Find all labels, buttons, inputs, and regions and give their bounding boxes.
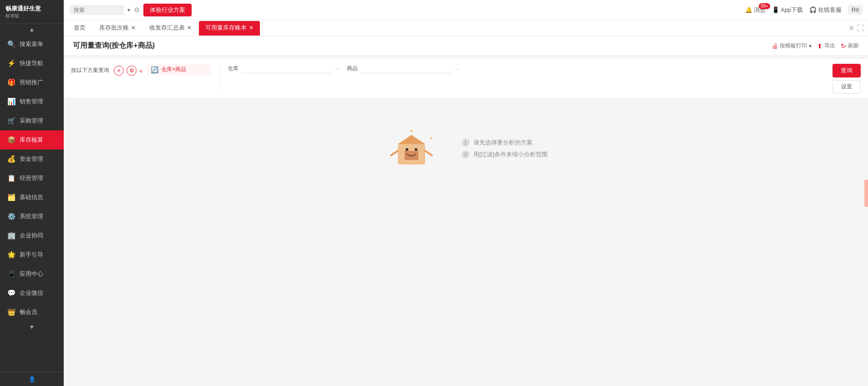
refresh-btn[interactable]: ↻ 刷新 [841,42,859,50]
sidebar-item-label: 系统管理 [20,212,43,221]
filter-area: 按以下方案查询 ＋ ⚙ « 🔄 仓库+商品 仓库 ··· [64,59,868,98]
bell-icon: 🔔 [745,6,752,13]
sys-icon: ⚙️ [7,212,16,221]
sidebar-item-label: 应用中心 [20,270,43,278]
filter-divider [219,64,219,91]
tab-available-close-icon[interactable]: ✕ [249,25,254,31]
svg-line-6 [425,151,432,155]
topbar: ▾ ⚙ 体验行业方案 🔔 消息 99+ 📱 App下载 🎧 在线客服 Rit [64,0,868,20]
sidebar-item-basic-info[interactable]: 🗂️ 基础信息 [0,188,64,207]
tip-number-2: 2 [462,150,470,159]
sidebar-scroll-up[interactable]: ▲ [0,24,64,35]
topbar-right: 🔔 消息 99+ 📱 App下载 🎧 在线客服 Rit [745,5,863,15]
marketing-icon: 🎁 [7,78,16,87]
print-label: 按模板打印 [780,42,807,50]
search-icon: 🔍 [7,40,16,48]
svg-rect-2 [405,151,418,160]
tabs-bar: 首页 库存批次账 ✕ 收发存汇总表 ✕ 可用量库存账本 ✕ ✕ ⛶ [64,20,868,36]
page-actions: 🖨 按模板打印 ▾ ⬆ 导出 ↻ 刷新 [772,42,859,50]
app-center-icon: 📱 [7,270,16,278]
filter-scheme-list: 🔄 仓库+商品 [147,64,211,75]
query-btn[interactable]: 查询 [832,64,861,77]
tab-available-stock[interactable]: 可用量库存账本 ✕ [199,21,260,36]
warehouse-more-btn[interactable]: ··· [335,66,340,72]
tab-collect-summary[interactable]: 收发存汇总表 ✕ [143,21,198,36]
sidebar-item-app-center[interactable]: 📱 应用中心 [0,264,64,283]
filter-setting-btn[interactable]: ⚙ [127,66,137,76]
tabs-close-all-btn[interactable]: ✕ [848,24,854,32]
sidebar-item-corp-collab[interactable]: 🏢 企业协同 [0,226,64,245]
empty-state: ✦ ✦ 1 请先选择要分析的方案 2 用[过滤]条件来缩小分析范围 [64,98,868,199]
print-dropdown-icon[interactable]: ▾ [809,43,812,49]
quick-nav-icon: ⚡ [7,59,16,67]
filter-collapse-btn[interactable]: « [139,67,142,74]
notification-badge: 99+ [759,3,770,9]
sidebar-item-sales[interactable]: 📊 销售管理 [0,92,64,111]
sidebar-item-label: 快捷导航 [20,59,43,67]
tabs-right-actions: ✕ ⛶ [848,24,864,32]
notification-btn[interactable]: 🔔 消息 99+ [745,6,766,14]
sidebar-item-label: 销售管理 [20,98,43,106]
trial-industry-btn[interactable]: 体验行业方案 [143,4,192,16]
topbar-search-input[interactable] [69,5,124,15]
sidebar-item-fund[interactable]: 💰 资金管理 [0,149,64,169]
sidebar-item-quick-nav[interactable]: ⚡ 快捷导航 [0,54,64,73]
filter-actions: ＋ ⚙ « [114,64,142,76]
scheme-item-warehouse-product[interactable]: 🔄 仓库+商品 [147,64,211,75]
filter-field-warehouse: 仓库 ··· [228,64,340,73]
sidebar-item-corp-wechat[interactable]: 💬 企业微信 [0,283,64,303]
newbie-icon: 🌟 [7,251,16,259]
sidebar-item-sys[interactable]: ⚙️ 系统管理 [0,207,64,226]
fund-icon: 💰 [7,155,16,163]
corp-wechat-icon: 💬 [7,289,16,297]
empty-tips: 1 请先选择要分析的方案 2 用[过滤]条件来缩小分析范围 [462,139,548,159]
warehouse-input[interactable] [241,64,332,73]
corp-collab-icon: 🏢 [7,232,16,240]
settings-btn[interactable]: 设置 [832,80,861,93]
sidebar-item-marketing[interactable]: 🎁 营销推广 [0,73,64,92]
online-service-btn[interactable]: 🎧 在线客服 [809,6,842,14]
sidebar-item-label: 搜索菜单 [20,40,43,48]
ops-icon: 📋 [7,174,16,182]
sidebar-item-label: 采购管理 [20,117,43,125]
export-icon: ⬆ [817,42,822,50]
sidebar-scroll-down[interactable]: ▼ [0,322,64,332]
filter-add-btn[interactable]: ＋ [114,66,124,76]
sidebar-item-label: 企业微信 [20,289,43,297]
page-title: 可用量查询(按仓库+商品) [73,41,155,51]
sidebar-item-label: 畅会员 [20,308,37,316]
scheme-label: 仓库+商品 [161,66,186,73]
sidebar-item-purchase[interactable]: 🛒 采购管理 [0,111,64,130]
svg-point-3 [406,148,408,151]
tab-home[interactable]: 首页 [67,21,92,36]
svg-point-4 [415,148,417,151]
sidebar: 畅康通好生意 标准版 ▲ 🔍 搜索菜单 ⚡ 快捷导航 🎁 营销推广 📊 销售管理… [0,0,64,386]
app-download-btn[interactable]: 📱 App下载 [772,6,803,14]
tab-batch-account[interactable]: 库存批次账 ✕ [93,21,142,36]
sidebar-item-ops[interactable]: 📋 经营管理 [0,169,64,188]
tab-batch-close-icon[interactable]: ✕ [131,25,136,31]
topbar-dropdown[interactable]: ▾ [127,7,130,13]
tab-collect-close-icon[interactable]: ✕ [187,25,192,31]
user-profile-btn[interactable]: Rit [848,5,863,15]
right-scroll-handle[interactable] [864,180,868,207]
print-btn[interactable]: 🖨 按模板打印 ▾ [772,42,812,50]
tip-text-1: 请先选择要分析的方案 [473,139,533,147]
version-label: 标准版 [5,13,58,19]
topbar-gear-icon[interactable]: ⚙ [134,6,140,14]
inventory-icon: 📦 [7,136,16,144]
empty-content: ✦ ✦ 1 请先选择要分析的方案 2 用[过滤]条件来缩小分析范围 [384,126,548,171]
print-icon: 🖨 [772,42,778,50]
sidebar-item-search[interactable]: 🔍 搜索菜单 [0,35,64,54]
tabs-expand-btn[interactable]: ⛶ [857,24,864,32]
refresh-icon: ↻ [841,42,846,50]
sidebar-item-newbie[interactable]: 🌟 新手引导 [0,245,64,264]
product-input[interactable] [360,64,452,73]
product-more-btn[interactable]: ··· [454,66,459,72]
content-area: 可用量查询(按仓库+商品) 🖨 按模板打印 ▾ ⬆ 导出 ↻ 刷新 按以下方案 [64,36,868,386]
sidebar-item-inventory[interactable]: 📦 库存核算 [0,130,64,149]
sidebar-bottom-user[interactable]: 👤 [0,372,64,386]
export-btn[interactable]: ⬆ 导出 [817,42,835,50]
sidebar-item-vip[interactable]: 👑 畅会员 [0,303,64,322]
tab-available-label: 可用量库存账本 [205,24,247,32]
